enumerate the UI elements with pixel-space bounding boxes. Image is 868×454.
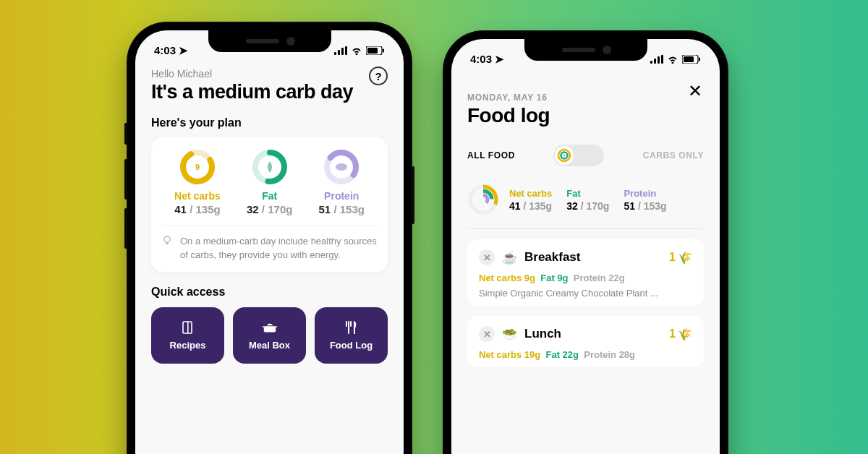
plan-heading: Here's your plan (151, 116, 388, 129)
status-time: 4:03 (154, 44, 176, 56)
filter-row: ALL FOOD CARBS ONLY (467, 145, 704, 166)
remove-meal-button[interactable]: ✕ (479, 326, 495, 342)
svg-rect-21 (348, 321, 349, 334)
summary-ring-icon (467, 184, 499, 215)
carb-badge: 1🌾 (669, 327, 692, 341)
macro-fat[interactable]: Fat 32 / 170g (247, 148, 292, 215)
svg-rect-0 (334, 52, 336, 55)
wifi-icon (351, 46, 362, 55)
carb-badge: 1🌾 (669, 251, 692, 265)
svg-point-33 (563, 155, 566, 157)
grain-icon: 🌾 (678, 251, 692, 265)
mealbox-icon (262, 320, 278, 335)
macro-carbs[interactable]: 9 Net carbs 41 / 135g (174, 148, 221, 215)
coffee-icon: ☕ (502, 250, 517, 265)
svg-rect-6 (383, 49, 384, 53)
recipes-icon (180, 320, 196, 335)
carbs-label: Net carbs (174, 190, 221, 202)
remove-meal-button[interactable]: ✕ (479, 249, 495, 265)
svg-rect-3 (345, 46, 347, 55)
svg-rect-23 (350, 321, 352, 327)
quick-access-heading: Quick access (151, 286, 388, 299)
macro-summary: Net carbs41 / 135g Fat32 / 170g Protein5… (467, 184, 704, 229)
grain-icon: 🌾 (678, 327, 692, 341)
protein-label: Protein (319, 190, 365, 202)
svg-point-15 (164, 236, 170, 242)
mealbox-button[interactable]: Meal Box (233, 307, 306, 364)
svg-rect-30 (699, 58, 700, 61)
svg-text:9: 9 (195, 163, 200, 171)
meal-item: Simple Organic Creamy Chocolate Plant ..… (479, 288, 692, 299)
foodlog-button[interactable]: Food Log (315, 307, 388, 364)
notch (208, 30, 331, 52)
wifi-icon (667, 55, 678, 64)
foodlog-icon (344, 320, 359, 335)
date-label: MONDAY, MAY 16 (467, 93, 704, 103)
battery-icon (682, 55, 701, 64)
battery-icon (366, 46, 385, 55)
plan-card: 9 Net carbs 41 / 135g Fat 32 / 170g Prot… (151, 137, 388, 273)
tip-box: On a medium-carb day include healthy sou… (161, 226, 378, 262)
page-title: Food log (467, 104, 704, 127)
svg-rect-25 (654, 59, 656, 64)
filter-toggle[interactable] (553, 145, 604, 166)
svg-rect-19 (263, 327, 276, 332)
svg-rect-1 (338, 50, 340, 55)
svg-rect-22 (346, 321, 347, 327)
close-button[interactable]: ✕ (688, 81, 702, 101)
meal-card-lunch[interactable]: ✕ 🥗 Lunch 1🌾 Net carbs 19g Fat 22g Prote… (467, 316, 704, 367)
svg-point-37 (479, 195, 488, 204)
svg-rect-24 (650, 61, 652, 64)
meal-name: Lunch (524, 327, 561, 341)
help-button[interactable]: ? (369, 67, 388, 85)
salad-icon: 🥗 (502, 327, 517, 342)
greeting: Hello Michael (151, 68, 388, 80)
meal-name: Breakfast (524, 250, 581, 265)
recipes-button[interactable]: Recipes (151, 307, 224, 364)
filter-all-label[interactable]: ALL FOOD (467, 150, 515, 160)
svg-rect-26 (658, 56, 660, 64)
tip-text: On a medium-carb day include healthy sou… (180, 235, 378, 262)
macro-protein[interactable]: Protein 51 / 153g (319, 148, 365, 215)
svg-rect-20 (262, 326, 276, 327)
svg-rect-2 (341, 48, 344, 55)
svg-rect-27 (661, 55, 663, 64)
svg-rect-29 (684, 56, 694, 62)
page-title: It's a medium carb day (151, 81, 388, 103)
filter-carbs-label[interactable]: CARBS ONLY (643, 150, 704, 160)
protein-ring-icon (323, 148, 360, 186)
svg-point-14 (336, 163, 347, 171)
phone-foodlog: 4:03 ➤ ✕ MONDAY, MAY 16 Food log ALL FOO… (443, 30, 728, 454)
lightbulb-icon (161, 235, 173, 247)
notch (524, 39, 647, 61)
fat-label: Fat (247, 190, 292, 202)
toggle-knob-icon (555, 146, 574, 165)
svg-rect-18 (187, 322, 189, 333)
signal-icon (334, 46, 347, 55)
svg-rect-5 (367, 48, 378, 53)
phone-home: 4:03 ➤ ? Hello Michael It's a medium car… (127, 22, 412, 454)
fat-ring-icon (251, 148, 289, 186)
svg-rect-16 (166, 242, 169, 244)
signal-icon (650, 55, 663, 64)
carbs-ring-icon: 9 (179, 148, 216, 186)
location-icon: ➤ (495, 53, 504, 65)
location-icon: ➤ (179, 44, 188, 56)
status-time: 4:03 (470, 53, 492, 65)
meal-card-breakfast[interactable]: ✕ ☕ Breakfast 1🌾 Net carbs 9g Fat 9g Pro… (467, 239, 704, 306)
